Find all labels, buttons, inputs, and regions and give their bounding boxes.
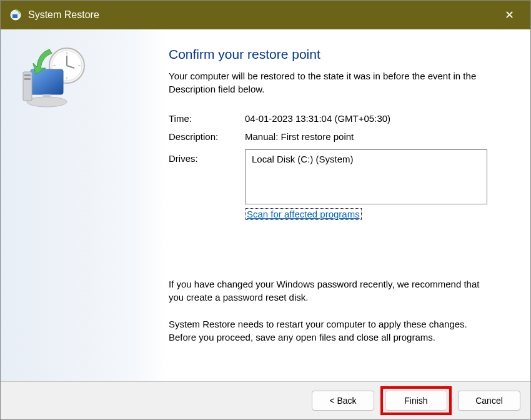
description-label: Description: xyxy=(169,131,245,142)
time-value: 04-01-2023 13:31:04 (GMT+05:30) xyxy=(245,113,500,124)
titlebar: System Restore ✕ xyxy=(1,1,530,29)
svg-rect-15 xyxy=(24,74,31,76)
main-panel: Confirm your restore point Your computer… xyxy=(166,29,530,381)
heading: Confirm your restore point xyxy=(169,47,500,62)
titlebar-title: System Restore xyxy=(28,9,497,21)
back-button[interactable]: < Back xyxy=(312,391,374,411)
svg-rect-16 xyxy=(24,78,31,80)
close-button[interactable]: ✕ xyxy=(497,8,522,22)
sidebar xyxy=(1,29,166,381)
time-label: Time: xyxy=(169,113,245,124)
cancel-button[interactable]: Cancel xyxy=(458,391,520,411)
content-area: Confirm your restore point Your computer… xyxy=(1,29,530,382)
svg-rect-1 xyxy=(12,14,17,18)
svg-point-13 xyxy=(27,97,67,107)
drive-item[interactable]: Local Disk (C:) (System) xyxy=(252,154,480,164)
drives-label: Drives: xyxy=(169,149,245,164)
system-restore-icon xyxy=(9,9,22,21)
restart-warning-text: System Restore needs to restart your com… xyxy=(169,318,487,344)
button-bar: < Back Finish Cancel xyxy=(1,382,530,419)
drives-list[interactable]: Local Disk (C:) (System) xyxy=(245,149,487,204)
system-restore-window: System Restore ✕ xyxy=(0,0,531,420)
finish-button[interactable]: Finish xyxy=(385,391,447,411)
subheading: Your computer will be restored to the st… xyxy=(169,69,487,96)
scan-affected-programs-link[interactable]: Scan for affected programs xyxy=(245,208,362,220)
password-warning-text: If you have changed your Windows passwor… xyxy=(169,278,487,304)
system-restore-illustration xyxy=(12,113,93,124)
description-value: Manual: First restore point xyxy=(245,131,500,142)
finish-highlight: Finish xyxy=(380,386,452,415)
